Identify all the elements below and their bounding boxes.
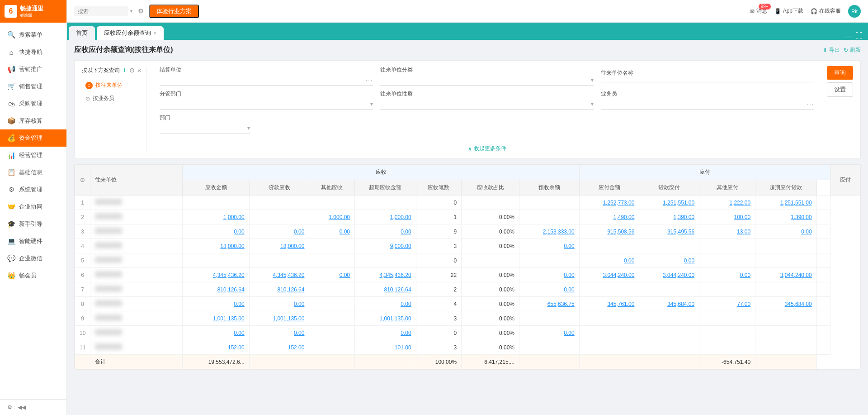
table-cell-ar_prepay[interactable]: 655,636.75 xyxy=(519,297,579,311)
export-button[interactable]: ⬆ 导出 xyxy=(823,46,840,54)
table-cell-ar_other[interactable]: 0.00 xyxy=(309,268,355,282)
app-download-button[interactable]: 📱 App下载 xyxy=(774,7,803,15)
table-cell-ar_overdue[interactable]: 9,000.00 xyxy=(355,239,416,253)
tab-close-icon[interactable]: × xyxy=(154,30,156,36)
query-button[interactable]: 查询 xyxy=(827,66,853,80)
table-cell-ap_overdue[interactable]: 3,044,240.00 xyxy=(755,268,817,282)
filter-settings-icon[interactable]: ⊙ xyxy=(129,67,135,74)
sidebar-item-wechat[interactable]: 💬 企业微信 xyxy=(0,250,66,267)
table-cell-ap_amount[interactable]: 1,252,773.00 xyxy=(579,196,639,210)
sidebar-item-finance[interactable]: 💰 资金管理 xyxy=(0,129,66,147)
filter-add-icon[interactable]: + xyxy=(123,66,127,74)
table-cell-ap_overdue[interactable]: 1,390.00 xyxy=(755,210,817,224)
sidebar-item-purchase[interactable]: 🛍 采购管理 xyxy=(0,95,66,112)
table-cell-ap_loan[interactable]: 1,251,551.00 xyxy=(639,196,699,210)
table-cell-ar_loan[interactable]: 4,345,436.20 xyxy=(249,268,309,282)
sidebar-item-basic-info[interactable]: 📋 基础信息 xyxy=(0,164,66,181)
sidebar-item-hardware[interactable]: 💻 智能硬件 xyxy=(0,233,66,250)
table-cell-ar_overdue[interactable]: 101.00 xyxy=(355,340,416,355)
table-cell-ar_overdue[interactable]: 0.00 xyxy=(355,326,416,340)
filter-nav-by-staff[interactable]: ⊙ 按业务员 xyxy=(82,93,141,104)
table-cell-ar_prepay[interactable]: 2,153,333.00 xyxy=(519,224,579,239)
table-cell-ap_loan[interactable]: 915,495.56 xyxy=(639,224,699,239)
sidebar-item-system[interactable]: ⚙ 系统管理 xyxy=(0,181,66,198)
sidebar-item-marketing[interactable]: 📢 营销推广 xyxy=(0,61,66,78)
table-cell-ar_amount[interactable]: 18,000.00 xyxy=(183,239,249,253)
table-cell-ap_other[interactable]: 0.00 xyxy=(699,268,755,282)
sidebar-item-sales[interactable]: 🛒 销售管理 xyxy=(0,78,66,95)
table-cell-ar_prepay[interactable]: 0.00 xyxy=(519,239,579,253)
message-button[interactable]: ✉ 消息 99+ xyxy=(750,7,767,15)
table-cell-ar_overdue[interactable]: 1,001,135.00 xyxy=(355,311,416,326)
table-cell-ar_loan[interactable]: 152.00 xyxy=(249,340,309,355)
sidebar-item-inventory[interactable]: 📦 库存核算 xyxy=(0,112,66,129)
table-settings-icon[interactable]: ⊙ xyxy=(80,176,85,183)
table-cell-ap_amount[interactable]: 0.00 xyxy=(579,253,639,268)
dept-manager-input[interactable]: ▾ xyxy=(160,99,373,110)
refresh-button[interactable]: ↻ 刷新 xyxy=(844,46,861,54)
table-cell-ar_amount[interactable]: 810,126.64 xyxy=(183,282,249,297)
table-cell-ap_overdue[interactable]: 0.00 xyxy=(755,224,817,239)
sidebar-item-search[interactable]: 🔍 搜索菜单 xyxy=(0,26,66,43)
table-cell-ap_loan[interactable]: 3,044,240.00 xyxy=(639,268,699,282)
table-cell-ar_amount[interactable]: 0.00 xyxy=(183,326,249,340)
settlement-unit-input[interactable]: ··· xyxy=(160,75,373,86)
filter-collapse-icon[interactable]: « xyxy=(137,67,141,74)
promo-button[interactable]: 体验行业方案 xyxy=(149,5,199,18)
table-settings-col[interactable]: ⊙ xyxy=(75,165,90,196)
dept-input[interactable]: ▾ xyxy=(160,123,250,134)
table-cell-ar_loan[interactable]: 0.00 xyxy=(249,326,309,340)
table-cell-ap_loan[interactable]: 1,390.00 xyxy=(639,210,699,224)
sidebar-item-operations[interactable]: 📊 经营管理 xyxy=(0,147,66,164)
partner-category-input[interactable]: ▾ xyxy=(380,75,594,86)
table-cell-ar_loan[interactable]: 18,000.00 xyxy=(249,239,309,253)
table-cell-ar_other[interactable]: 1,000.00 xyxy=(309,210,355,224)
user-menu[interactable]: Rit xyxy=(848,5,861,18)
sidebar-collapse-icon[interactable]: ◀◀ xyxy=(18,404,26,410)
table-cell-ar_loan[interactable]: 0.00 xyxy=(249,224,309,239)
table-cell-ap_overdue[interactable]: 345,684.00 xyxy=(755,297,817,311)
table-cell-ar_overdue[interactable]: 1,000.00 xyxy=(355,210,416,224)
table-cell-ap_amount[interactable]: 1,490.00 xyxy=(579,210,639,224)
settings-button[interactable]: 设置 xyxy=(827,82,853,97)
table-cell-ap_other[interactable]: 13.00 xyxy=(699,224,755,239)
table-cell-ar_amount[interactable]: 4,345,436.20 xyxy=(183,268,249,282)
table-cell-ar_overdue[interactable]: 0.00 xyxy=(355,224,416,239)
tab-minimize-icon[interactable]: — xyxy=(844,32,852,40)
table-cell-ar_prepay[interactable]: 0.00 xyxy=(519,326,579,340)
sidebar-item-guide[interactable]: 🎓 新手引导 xyxy=(0,215,66,233)
partner-name-input[interactable] xyxy=(601,78,814,82)
table-cell-ar_amount[interactable]: 152.00 xyxy=(183,340,249,355)
table-cell-ar_amount[interactable]: 0.00 xyxy=(183,224,249,239)
sidebar-item-member[interactable]: 👑 畅会员 xyxy=(0,267,66,284)
table-cell-ar_overdue[interactable]: 810,126.64 xyxy=(355,282,416,297)
tab-maximize-icon[interactable]: ⛶ xyxy=(855,32,863,40)
table-cell-ar_loan[interactable]: 1,001,135.00 xyxy=(249,311,309,326)
online-service-button[interactable]: 🎧 在线客服 xyxy=(811,7,841,15)
table-cell-ar_amount[interactable]: 1,001,135.00 xyxy=(183,311,249,326)
tab-receivable[interactable]: 应收应付余额查询 × xyxy=(97,26,164,40)
table-cell-ap_amount[interactable]: 915,508.56 xyxy=(579,224,639,239)
collapse-more-button[interactable]: ∧ 收起更多条件 xyxy=(160,142,814,153)
table-cell-ap_overdue[interactable]: 1,251,551.00 xyxy=(755,196,817,210)
table-cell-ap_amount[interactable]: 345,761.00 xyxy=(579,297,639,311)
search-input[interactable] xyxy=(74,6,128,16)
sidebar-settings-icon[interactable]: ⚙ xyxy=(7,404,12,410)
partner-nature-input[interactable]: ▾ xyxy=(380,99,594,110)
table-cell-ap_loan[interactable]: 0.00 xyxy=(639,253,699,268)
tab-home[interactable]: 首页 xyxy=(69,26,95,40)
sidebar-item-cooperation[interactable]: 🤝 企业协同 xyxy=(0,198,66,215)
table-cell-ar_amount[interactable]: 0.00 xyxy=(183,297,249,311)
table-cell-ar_loan[interactable]: 0.00 xyxy=(249,297,309,311)
table-cell-ap_other[interactable]: 77.00 xyxy=(699,297,755,311)
table-cell-ap_loan[interactable]: 345,684.00 xyxy=(639,297,699,311)
filter-nav-by-unit[interactable]: ⊙ 按往来单位 xyxy=(82,80,141,91)
table-cell-ar_loan[interactable]: 810,126.64 xyxy=(249,282,309,297)
table-cell-ar_overdue[interactable]: 0.00 xyxy=(355,297,416,311)
salesperson-input[interactable]: ··· xyxy=(601,99,814,110)
sidebar-item-quick-nav[interactable]: ⌂ 快捷导航 xyxy=(0,43,66,61)
table-cell-ar_prepay[interactable]: 0.00 xyxy=(519,282,579,297)
gear-icon[interactable]: ⚙ xyxy=(138,7,144,15)
table-cell-ar_amount[interactable]: 1,000.00 xyxy=(183,210,249,224)
table-cell-ap_other[interactable]: 100.00 xyxy=(699,210,755,224)
